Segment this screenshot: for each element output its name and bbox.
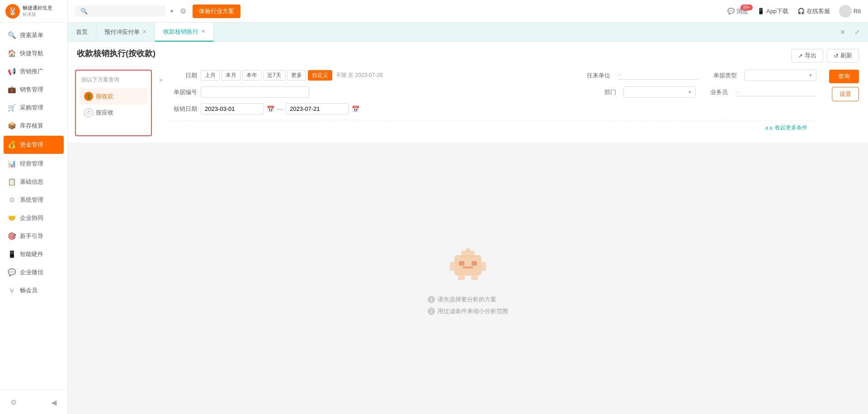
username-label: Rit	[854, 8, 861, 14]
date-btn-7days[interactable]: 近7天	[263, 70, 285, 81]
tab-expand-icon[interactable]: ⤢	[852, 27, 863, 38]
receivable-icon: ⏱	[84, 108, 93, 117]
filter-sidebar-title: 按以下方案查询	[80, 76, 147, 84]
collapse-more-button[interactable]: ∧∧ 收起更多条件	[765, 124, 807, 132]
topbar-search-box[interactable]: 🔍	[75, 5, 165, 17]
sales-icon: 💼	[7, 85, 16, 94]
sidebar-item-basic[interactable]: 📋 基础信息	[0, 173, 67, 191]
topbar-user[interactable]: Rit	[839, 5, 861, 18]
sidebar-item-purchase[interactable]: 🛒 采购管理	[0, 99, 67, 117]
tabbar-controls: ✕ ⤢	[837, 27, 868, 38]
online-service-icon: 🎧	[797, 8, 805, 14]
empty-illustration	[445, 239, 491, 285]
member-icon: V	[7, 286, 16, 295]
system-icon: ⚙	[7, 195, 16, 205]
settings-footer-icon[interactable]: ⚙	[7, 396, 20, 409]
date-btn-more[interactable]: 更多	[287, 70, 306, 81]
sidebar-item-quicknav[interactable]: 🏠 快捷导航	[0, 44, 67, 62]
department-select-wrapper: ▼	[623, 86, 696, 98]
filter-row-1: 日期 上月 本月 本年 近7天 更多 自定义 不限 至 2023-07-26	[168, 70, 816, 81]
svg-rect-6	[450, 262, 454, 271]
sidebar-item-enterprise[interactable]: 🤝 企业协同	[0, 209, 67, 227]
hardware-icon: 📱	[7, 250, 16, 259]
topbar-app-download[interactable]: 📱 App下载	[757, 7, 788, 15]
date-range-display: 不限 至 2023-07-26	[336, 71, 383, 79]
finance-icon: 💰	[7, 140, 16, 149]
industry-btn[interactable]: 体验行业方案	[193, 5, 241, 18]
receipt-icon: 💲	[84, 92, 93, 101]
write-off-end-input[interactable]	[286, 103, 349, 114]
start-calendar-icon[interactable]: 📅	[267, 105, 274, 113]
sidebar-item-finance[interactable]: 💰 资金管理	[4, 136, 64, 154]
home-icon: 🏠	[7, 49, 16, 58]
svg-rect-8	[458, 276, 465, 280]
svg-rect-2	[472, 261, 477, 266]
search-bar-icon: 🔍	[80, 8, 88, 14]
doc-number-input[interactable]	[201, 86, 309, 98]
sidebar-item-guide[interactable]: 🎯 新手引导	[0, 227, 67, 245]
filter-collapse-button[interactable]: »	[159, 70, 168, 136]
sidebar-item-hardware[interactable]: 📱 智能硬件	[0, 245, 67, 263]
topbar: 🔍 ▼ ⚙ 体验行业方案 💬 消息 99+ 📱 App下载 🎧 在线客服 Rit	[68, 0, 868, 23]
query-area: 收款核销执行(按收款) ↗ 导出 ↺ 刷新 按以下方案查询	[68, 42, 868, 143]
write-off-date-label: 核销日期	[168, 105, 201, 113]
tab-home[interactable]: 首页	[68, 23, 96, 42]
staff-label: 业务员	[710, 88, 731, 96]
end-calendar-icon[interactable]: 📅	[352, 105, 359, 113]
collapse-more-area: ∧∧ 收起更多条件	[168, 120, 816, 136]
basic-icon: 📋	[7, 177, 16, 186]
counterpart-dots: ···	[618, 71, 699, 78]
export-button[interactable]: ↗ 导出	[791, 49, 823, 62]
doc-type-select[interactable]	[744, 70, 816, 81]
collapse-chevron-icon: ∧∧	[765, 125, 773, 131]
sidebar-item-operation[interactable]: 📊 经营管理	[0, 155, 67, 173]
staff-group: 业务员 ···	[710, 88, 816, 96]
topbar-gear-icon[interactable]: ⚙	[180, 7, 186, 15]
sidebar-item-system[interactable]: ⚙ 系统管理	[0, 191, 67, 209]
sidebar-item-sales[interactable]: 💼 销售管理	[0, 81, 67, 99]
empty-hint-2: 用过滤条件来缩小分析范围	[428, 305, 508, 317]
sidebar-item-marketing[interactable]: 📢 营销推广	[0, 62, 67, 81]
svg-rect-9	[471, 276, 478, 280]
topbar-dropdown-icon[interactable]: ▼	[169, 8, 175, 14]
empty-hint-1: 请先选择要分析的方案	[428, 294, 508, 305]
app-download-icon: 📱	[757, 8, 764, 14]
tab-close-all-icon[interactable]: ✕	[837, 27, 848, 38]
settings-button[interactable]: 设置	[832, 87, 859, 101]
staff-input-area[interactable]: ···	[735, 88, 816, 96]
tab-collect[interactable]: 收款核销执行 ✕	[155, 23, 214, 42]
filter-by-receivable[interactable]: ⏱ 按应收	[80, 105, 147, 121]
date-btn-this-year[interactable]: 本年	[242, 70, 261, 81]
topbar-message[interactable]: 💬 消息 99+	[727, 7, 748, 15]
filter-by-receipt[interactable]: 💲 按收款	[80, 88, 147, 105]
prepay-tab-close-icon[interactable]: ✕	[142, 29, 146, 35]
write-off-start-input[interactable]	[201, 103, 264, 114]
enterprise-icon: 🤝	[7, 214, 16, 223]
sidebar: 🐰 畅捷通好生意 标准版 🔍 搜索菜单 🏠 快捷导航 📢 营销推广 💼 销售管理…	[0, 0, 68, 414]
sidebar-item-search[interactable]: 🔍 搜索菜单	[0, 26, 67, 44]
date-btn-this-month[interactable]: 本月	[222, 70, 241, 81]
content-area: 收款核销执行(按收款) ↗ 导出 ↺ 刷新 按以下方案查询	[68, 42, 868, 414]
guide-icon: 🎯	[7, 232, 16, 241]
sidebar-item-inventory[interactable]: 📦 库存核算	[0, 117, 67, 135]
tab-prepay[interactable]: 预付冲应付单 ✕	[96, 23, 155, 42]
collapse-sidebar-icon[interactable]: ◀	[47, 396, 60, 409]
home-tab-label: 首页	[76, 28, 88, 36]
filter-and-form: 按以下方案查询 💲 按收款 ⏱ 按应收 » 日期	[68, 63, 868, 143]
counterpart-field-group: 往来单位 ··· 单据类型 ▼	[587, 70, 816, 81]
counterpart-input-area[interactable]: ···	[618, 71, 699, 80]
query-button[interactable]: 查询	[829, 70, 859, 83]
marketing-icon: 📢	[7, 67, 16, 76]
date-btn-custom[interactable]: 自定义	[308, 70, 332, 81]
refresh-button[interactable]: ↺ 刷新	[827, 49, 859, 62]
filter-row-3: 核销日期 📅 — 📅	[168, 103, 816, 114]
svg-rect-7	[481, 262, 486, 271]
collect-tab-close-icon[interactable]: ✕	[201, 29, 205, 34]
date-btn-prev-month[interactable]: 上月	[201, 70, 220, 81]
sidebar-item-member[interactable]: V 畅会员	[0, 281, 67, 300]
sidebar-item-wechat[interactable]: 💬 企业微信	[0, 263, 67, 281]
sidebar-menu: 🔍 搜索菜单 🏠 快捷导航 📢 营销推广 💼 销售管理 🛒 采购管理 📦 库存核…	[0, 23, 67, 390]
department-select[interactable]	[623, 86, 696, 98]
inventory-icon: 📦	[7, 121, 16, 130]
topbar-online-service[interactable]: 🎧 在线客服	[797, 7, 830, 15]
